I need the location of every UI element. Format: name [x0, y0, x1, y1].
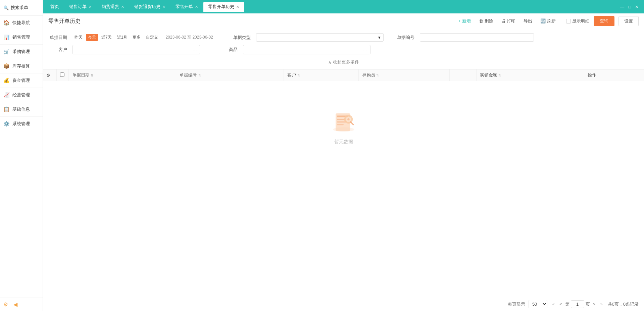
purchase-mgmt-label: 采购管理 [12, 49, 30, 55]
date-btn-今天[interactable]: 今天 [86, 34, 98, 41]
date-btn-自定义[interactable]: 自定义 [144, 34, 160, 41]
tab-close-sales-return[interactable]: ✕ [121, 5, 124, 9]
date-btn-更多[interactable]: 更多 [131, 34, 143, 41]
sort-customer-icon[interactable]: ⇅ [297, 73, 300, 77]
quick-nav-icon: 🏠 [3, 20, 10, 26]
th-spacer [450, 69, 477, 81]
number-label: 单据编号 [396, 35, 414, 41]
th-salesperson[interactable]: 导购员 ⇅ [358, 69, 450, 81]
number-input[interactable] [420, 33, 534, 42]
th-number[interactable]: 单据编号 ⇅ [176, 69, 284, 81]
sales-mgmt-icon: 📊 [3, 34, 10, 40]
filter-row-1: 单据日期 昨天今天近7天近1月更多自定义 2023-06-02 至 2023-0… [48, 33, 639, 42]
collapse-sidebar-icon[interactable]: ◀ [13, 301, 17, 308]
page-nav: « < 第 页 > » [551, 300, 604, 308]
basic-info-icon: 📋 [3, 106, 10, 112]
query-button[interactable]: 查询 [594, 16, 614, 26]
type-label: 单据类型 [232, 35, 251, 41]
filter-row-2: 客户 ... 商品 ... [48, 45, 639, 54]
close-button[interactable]: ✕ [635, 4, 639, 9]
first-page-button[interactable]: « [551, 301, 556, 307]
sidebar-item-basic-info[interactable]: 📋基础信息 [0, 102, 43, 117]
sidebar-item-quick-nav[interactable]: 🏠快捷导航 [0, 16, 43, 30]
sales-mgmt-label: 销售管理 [12, 34, 30, 40]
sidebar-item-purchase-mgmt[interactable]: 🛒采购管理 [0, 45, 43, 59]
page-size-label: 每页显示 [508, 301, 525, 307]
page-of-label: 页 [586, 301, 590, 307]
goods-dots-icon[interactable]: ... [363, 47, 367, 53]
sidebar-item-finance[interactable]: 💰资金管理 [0, 73, 43, 88]
sidebar-item-sales-mgmt[interactable]: 📊销售管理 [0, 30, 43, 45]
th-customer[interactable]: 客户 ⇅ [284, 69, 358, 81]
date-btn-昨天[interactable]: 昨天 [72, 34, 85, 41]
tab-close-sales-return-history[interactable]: ✕ [162, 5, 165, 9]
export-button[interactable]: 导出 [522, 17, 534, 25]
customer-dots-icon[interactable]: ... [193, 47, 197, 53]
page-number-input[interactable] [571, 300, 584, 308]
tab-label-retail-open: 零售开单 [176, 4, 193, 10]
tab-label-sales-return-history: 销货退货历史 [134, 4, 160, 10]
empty-state: 暂无数据 [43, 81, 644, 172]
sidebar-search[interactable]: 🔍 搜索采单 [0, 0, 43, 16]
sort-date-icon[interactable]: ⇅ [91, 73, 93, 77]
sort-salesperson-icon[interactable]: ⇅ [376, 73, 379, 77]
tab-sales-return-history[interactable]: 销货退货历史✕ [130, 2, 170, 12]
finance-icon: 💰 [3, 77, 10, 84]
tab-retail-open-history[interactable]: 零售开单历史✕ [203, 2, 244, 12]
operations-label: 经营管理 [12, 92, 30, 98]
sidebar-item-inventory[interactable]: 📦库存核算 [0, 59, 43, 73]
tab-retail-open[interactable]: 零售开单✕ [171, 2, 203, 12]
refresh-button[interactable]: 🔄 刷新 [538, 17, 558, 25]
search-icon: 🔍 [3, 5, 9, 10]
th-amount-label: 实销金额 [480, 72, 497, 77]
settings-bottom-icon[interactable]: ⚙ [3, 301, 8, 308]
page-title: 零售开单历史 [48, 18, 81, 25]
next-page-button[interactable]: > [591, 301, 597, 307]
window-controls: — □ ✕ [620, 4, 641, 9]
tab-close-sales-order[interactable]: ✕ [89, 5, 92, 9]
date-btn-近1月[interactable]: 近1月 [115, 34, 130, 41]
tab-home[interactable]: 首页 [46, 2, 64, 12]
date-range-display: 2023-06-02 至 2023-06-02 [165, 35, 213, 40]
sort-number-icon[interactable]: ⇅ [198, 73, 201, 77]
goods-select[interactable]: ... [243, 45, 370, 54]
tab-sales-return[interactable]: 销货退货✕ [97, 2, 129, 12]
tab-close-retail-open-history[interactable]: ✕ [236, 5, 239, 9]
tab-label-sales-return: 销货退货 [102, 4, 119, 10]
th-action: 操作 [584, 69, 644, 81]
th-date[interactable]: 单据日期 ⇅ [68, 69, 176, 81]
prev-page-button[interactable]: < [558, 301, 564, 307]
purchase-mgmt-icon: 🛒 [3, 49, 10, 55]
last-page-button[interactable]: » [598, 301, 604, 307]
maximize-button[interactable]: □ [628, 4, 631, 9]
show-detail-checkbox[interactable] [566, 19, 571, 23]
inventory-icon: 📦 [3, 63, 10, 69]
toolbar-actions: + 新增 🗑 删除 🖨 打印 导出 🔄 刷新 显示明细 查询 设置 [456, 16, 639, 26]
th-amount[interactable]: 实销金额 ⇅ [476, 69, 584, 81]
sort-amount-icon[interactable]: ⇅ [498, 73, 501, 77]
customer-select[interactable]: ... [72, 45, 200, 54]
show-detail-toggle[interactable]: 显示明细 [566, 18, 590, 24]
settings-button[interactable]: 设置 [618, 16, 639, 26]
date-btn-近7天[interactable]: 近7天 [99, 34, 114, 41]
sidebar-item-operations[interactable]: 📈经营管理 [0, 88, 43, 102]
empty-text: 暂无数据 [334, 139, 353, 145]
page-size-select[interactable]: 50 20 100 [529, 300, 547, 308]
type-select[interactable]: ▾ [256, 33, 384, 42]
delete-button[interactable]: 🗑 删除 [477, 17, 495, 25]
sidebar-item-system-mgmt[interactable]: ⚙️系统管理 [0, 117, 43, 131]
th-settings[interactable]: ⚙ [43, 69, 56, 81]
svg-rect-5 [337, 124, 344, 125]
total-info: 共0页，0条记录 [608, 301, 639, 307]
inventory-label: 库存核算 [12, 63, 30, 69]
select-all-checkbox[interactable] [60, 72, 64, 77]
minimize-button[interactable]: — [620, 4, 624, 9]
add-button[interactable]: + 新增 [456, 17, 473, 25]
print-button[interactable]: 🖨 打印 [499, 17, 518, 25]
tab-close-retail-open[interactable]: ✕ [195, 5, 198, 9]
th-checkbox[interactable] [56, 69, 68, 81]
collapse-filter-btn[interactable]: ∧ 收起更多条件 [48, 58, 639, 66]
collapse-arrow-icon: ∧ [328, 60, 332, 65]
th-action-label: 操作 [588, 72, 596, 77]
tab-sales-order[interactable]: 销售订单✕ [64, 2, 96, 12]
